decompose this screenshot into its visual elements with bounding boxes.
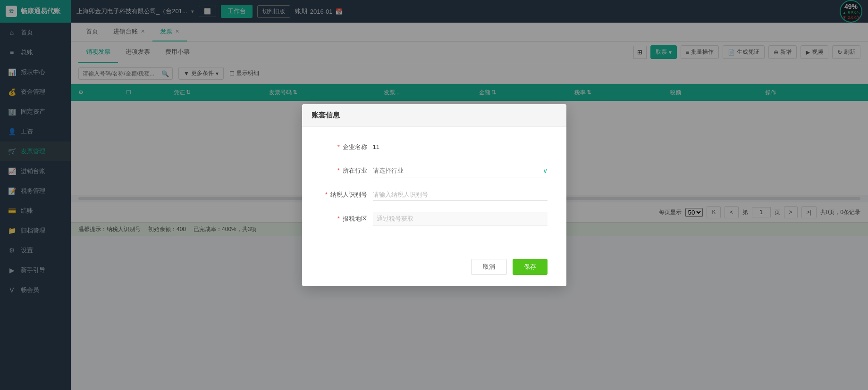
readonly-tax-region: 通过税号获取: [373, 212, 548, 226]
industry-dropdown-arrow[interactable]: ∨: [543, 167, 548, 174]
select-industry[interactable]: [373, 167, 543, 174]
input-tax-id[interactable]: [373, 189, 548, 201]
label-company-name: * 企业名称: [321, 143, 373, 151]
save-button[interactable]: 保存: [513, 259, 548, 275]
label-tax-region: * 报税地区: [321, 215, 373, 223]
select-wrap-industry[interactable]: ∨: [373, 165, 548, 177]
modal-body: * 企业名称 * 所在行业 ∨ * 纳税人识: [302, 127, 566, 251]
label-tax-id: * 纳税人识别号: [321, 191, 373, 199]
cancel-button[interactable]: 取消: [471, 259, 507, 275]
form-row-company-name: * 企业名称: [321, 141, 548, 153]
form-row-tax-id: * 纳税人识别号: [321, 189, 548, 201]
form-row-industry: * 所在行业 ∨: [321, 165, 548, 177]
label-industry: * 所在行业: [321, 166, 373, 175]
form-row-tax-region: * 报税地区 通过税号获取: [321, 212, 548, 226]
input-company-name[interactable]: [373, 141, 548, 153]
modal-overlay: 账套信息 * 企业名称 * 所在行业 ∨: [0, 0, 868, 390]
modal-title: 账套信息: [302, 104, 566, 127]
modal-account-info: 账套信息 * 企业名称 * 所在行业 ∨: [302, 104, 566, 286]
modal-footer: 取消 保存: [302, 251, 566, 286]
